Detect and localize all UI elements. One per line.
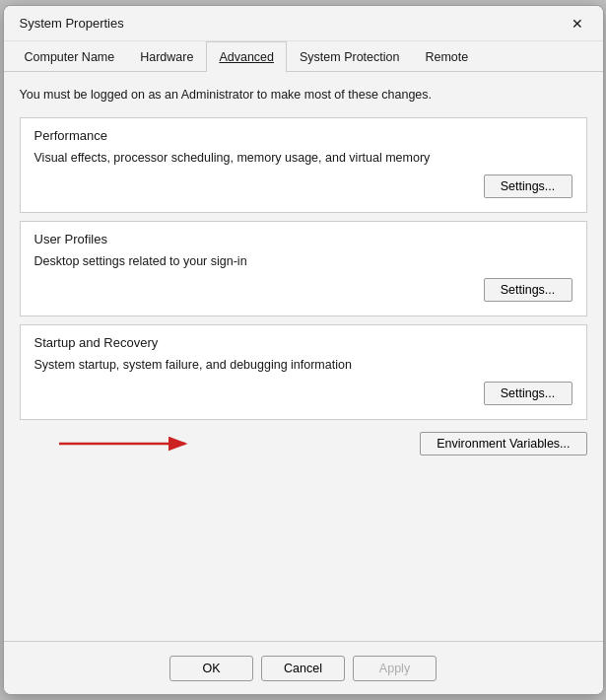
- user-profiles-desc: Desktop settings related to your sign-in: [34, 254, 572, 268]
- admin-notice: You must be logged on as an Administrato…: [20, 84, 587, 109]
- startup-recovery-settings-row: Settings...: [34, 382, 572, 405]
- tab-remote[interactable]: Remote: [412, 41, 481, 72]
- performance-settings-row: Settings...: [34, 175, 572, 198]
- close-button[interactable]: ✕: [564, 10, 591, 37]
- tab-system-protection[interactable]: System Protection: [287, 41, 412, 72]
- tab-hardware[interactable]: Hardware: [127, 41, 206, 72]
- system-properties-window: System Properties ✕ Computer Name Hardwa…: [3, 5, 604, 695]
- performance-title: Performance: [34, 128, 572, 143]
- arrow-icon: [49, 429, 197, 458]
- user-profiles-section: User Profiles Desktop settings related t…: [20, 221, 587, 316]
- title-bar: System Properties ✕: [4, 6, 603, 41]
- footer: OK Cancel Apply: [4, 641, 603, 694]
- user-profiles-settings-row: Settings...: [34, 278, 572, 302]
- performance-desc: Visual effects, processor scheduling, me…: [34, 151, 572, 165]
- startup-recovery-title: Startup and Recovery: [34, 335, 572, 350]
- tabs-container: Computer Name Hardware Advanced System P…: [4, 41, 603, 72]
- startup-recovery-desc: System startup, system failure, and debu…: [34, 358, 572, 372]
- window-title: System Properties: [20, 16, 124, 31]
- environment-variables-button[interactable]: Environment Variables...: [420, 432, 586, 455]
- cancel-button[interactable]: Cancel: [261, 656, 345, 681]
- apply-button[interactable]: Apply: [353, 656, 437, 681]
- tab-computer-name[interactable]: Computer Name: [12, 41, 128, 72]
- ok-button[interactable]: OK: [169, 656, 253, 681]
- startup-recovery-section: Startup and Recovery System startup, sys…: [20, 324, 587, 420]
- env-variables-row: Environment Variables...: [20, 432, 587, 455]
- user-profiles-settings-button[interactable]: Settings...: [484, 278, 572, 302]
- user-profiles-title: User Profiles: [34, 232, 572, 246]
- performance-section: Performance Visual effects, processor sc…: [20, 117, 587, 213]
- content-area: You must be logged on as an Administrato…: [4, 72, 603, 641]
- startup-recovery-settings-button[interactable]: Settings...: [484, 382, 572, 405]
- performance-settings-button[interactable]: Settings...: [484, 175, 572, 198]
- tab-advanced[interactable]: Advanced: [206, 41, 287, 72]
- arrow-container: [49, 429, 197, 458]
